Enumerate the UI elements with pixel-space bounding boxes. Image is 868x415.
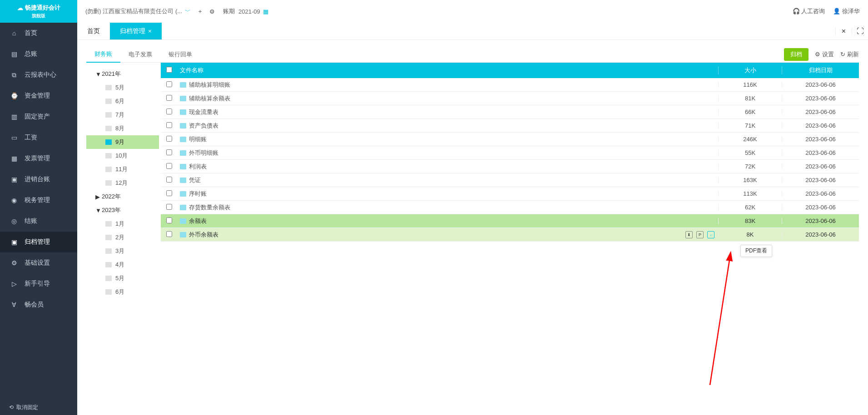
tree-month[interactable]: 1月	[86, 217, 159, 231]
archive-date: 2023-06-06	[782, 136, 859, 143]
nav-item-11[interactable]: ⚙基础设置	[0, 252, 77, 273]
nav-item-12[interactable]: ▷新手引导	[0, 273, 77, 294]
row-checkbox[interactable]	[166, 217, 172, 223]
tree-year[interactable]: ▼2023年	[86, 203, 159, 217]
table-row[interactable]: 外币明细账 55K 2023-06-06	[161, 146, 859, 160]
file-name: 明细账	[189, 135, 207, 143]
table-row[interactable]: 外币余额表 ⬇ P ⌕ 8K 2023-06-06	[161, 228, 859, 242]
tree-month[interactable]: 7月	[86, 108, 159, 122]
table-row[interactable]: 余额表 83K 2023-06-06	[161, 214, 859, 228]
refresh-link[interactable]: ↻ 刷新	[840, 50, 859, 59]
row-checkbox[interactable]	[166, 204, 172, 210]
select-all-checkbox[interactable]	[166, 67, 172, 73]
nav-item-4[interactable]: ▥固定资产	[0, 106, 77, 127]
close-tab-button[interactable]: ×	[835, 27, 852, 35]
row-checkbox[interactable]	[166, 122, 172, 128]
company-settings-button[interactable]: ⚙	[209, 8, 215, 15]
subtab-2[interactable]: 银行回单	[160, 46, 200, 63]
table-row[interactable]: 现金流量表 66K 2023-06-06	[161, 105, 859, 119]
tree-month[interactable]: 12月	[86, 176, 159, 190]
archive-button[interactable]: 归档	[784, 48, 808, 61]
tree-month[interactable]: 3月	[86, 244, 159, 258]
table-row[interactable]: 明细账 246K 2023-06-06	[161, 133, 859, 146]
brand-name: 畅捷通好会计	[25, 4, 60, 12]
user-name: 徐泽华	[842, 8, 860, 15]
add-company-button[interactable]: ＋	[197, 7, 203, 15]
tree-month[interactable]: 10月	[86, 149, 159, 163]
nav-item-6[interactable]: ▦发票管理	[0, 148, 77, 169]
nav-item-8[interactable]: ◉税务管理	[0, 190, 77, 211]
settings-link[interactable]: ⚙ 设置	[815, 50, 834, 59]
table-row[interactable]: 利润表 72K 2023-06-06	[161, 160, 859, 173]
row-checkbox[interactable]	[166, 177, 172, 183]
archive-date: 2023-06-06	[782, 231, 859, 238]
company-selector[interactable]: (勿删) 江西服宝精品有限责任公司 (... ﹀	[85, 7, 191, 15]
year-label: 2021年	[102, 70, 121, 78]
calendar-icon[interactable]: ▦	[263, 8, 268, 15]
tab-close-icon[interactable]: ×	[148, 28, 152, 35]
tab-0[interactable]: 首页	[77, 23, 110, 40]
user-menu[interactable]: 👤 徐泽华	[833, 7, 860, 15]
tree-month[interactable]: 2月	[86, 231, 159, 244]
row-checkbox[interactable]	[166, 81, 172, 87]
inventory-icon: ▣	[10, 176, 18, 183]
fullscreen-button[interactable]: ⛶	[852, 27, 868, 35]
row-checkbox[interactable]	[166, 231, 172, 237]
tree-month[interactable]: 9月	[86, 135, 159, 149]
brand-edition: 旗舰版	[17, 13, 60, 19]
folder-icon	[180, 109, 186, 115]
nav-item-2[interactable]: ⧉云报表中心	[0, 64, 77, 85]
table-row[interactable]: 存货数量余额表 62K 2023-06-06	[161, 201, 859, 214]
nav-item-1[interactable]: ▤总账	[0, 44, 77, 64]
row-checkbox[interactable]	[166, 109, 172, 114]
folder-icon	[180, 150, 186, 156]
tree-month[interactable]: 5月	[86, 81, 159, 94]
support-link[interactable]: 🎧 人工咨询	[793, 7, 825, 15]
tree-month[interactable]: 4月	[86, 258, 159, 272]
tab-bar: 首页归档管理× × ⛶	[77, 23, 868, 40]
nav-item-0[interactable]: ⌂首页	[0, 23, 77, 44]
pin-toggle[interactable]: ⟲ 取消固定	[0, 400, 77, 415]
file-name: 序时账	[189, 190, 207, 198]
row-checkbox[interactable]	[166, 163, 172, 169]
nav-item-13[interactable]: ∀畅会员	[0, 294, 77, 315]
row-checkbox[interactable]	[166, 136, 172, 142]
download-icon[interactable]: ⬇	[685, 231, 693, 238]
tree-month[interactable]: 6月	[86, 94, 159, 108]
nav-item-3[interactable]: ⌚资金管理	[0, 85, 77, 106]
row-checkbox[interactable]	[166, 149, 172, 155]
pdf-icon[interactable]: P	[696, 231, 704, 238]
tree-month[interactable]: 6月	[86, 285, 159, 299]
archive-icon: ▣	[10, 238, 18, 246]
nav-item-10[interactable]: ▣归档管理	[0, 232, 77, 252]
row-checkbox[interactable]	[166, 190, 172, 196]
file-name: 存货数量余额表	[189, 203, 230, 212]
table-row[interactable]: 辅助核算余额表 81K 2023-06-06	[161, 92, 859, 105]
tree-year[interactable]: ▶2022年	[86, 190, 159, 203]
row-checkbox[interactable]	[166, 95, 172, 101]
folder-icon	[105, 126, 112, 131]
table-row[interactable]: 序时账 113K 2023-06-06	[161, 187, 859, 201]
tree-month[interactable]: 11月	[86, 163, 159, 176]
nav-item-7[interactable]: ▣进销台账	[0, 169, 77, 190]
nav-item-5[interactable]: ▭工资	[0, 127, 77, 148]
nav-label: 新手引导	[25, 280, 50, 288]
folder-icon	[105, 289, 112, 295]
nav-item-9[interactable]: ◎结账	[0, 211, 77, 232]
period-value[interactable]: 2021-09	[238, 8, 260, 15]
pin-icon: ⟲	[9, 404, 14, 410]
table-row[interactable]: 资产负债表 71K 2023-06-06	[161, 119, 859, 133]
tab-1[interactable]: 归档管理×	[110, 23, 162, 40]
subtab-0[interactable]: 财务账	[86, 46, 120, 63]
file-size: 163K	[718, 177, 782, 183]
tree-year[interactable]: ▼2021年	[86, 67, 159, 81]
tree-month[interactable]: 8月	[86, 122, 159, 135]
nav-label: 总账	[25, 50, 37, 58]
tree-month[interactable]: 5月	[86, 272, 159, 285]
subtab-1[interactable]: 电子发票	[120, 46, 160, 63]
table-row[interactable]: 辅助核算明细账 116K 2023-06-06	[161, 78, 859, 92]
pdf-view-icon[interactable]: ⌕	[707, 231, 714, 238]
table-row[interactable]: 凭证 163K 2023-06-06	[161, 173, 859, 187]
folder-icon	[105, 221, 112, 227]
folder-icon	[105, 85, 112, 90]
